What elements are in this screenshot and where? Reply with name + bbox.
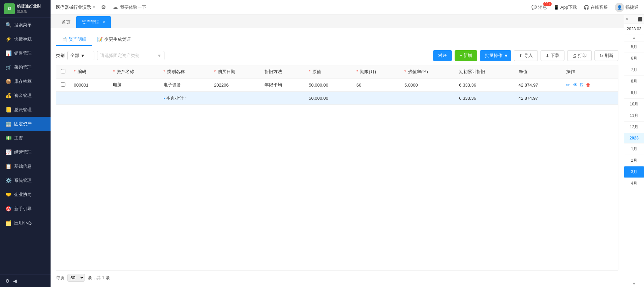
asset-data-table: * 编码 * 资产名称 * 类别名称	[56, 65, 618, 105]
sidebar-item-search[interactable]: 🔍 搜索菜单	[0, 18, 51, 32]
sidebar-item-quick-nav[interactable]: ⚡ 快捷导航	[0, 32, 51, 46]
row-accumulated-depreciation: 6,333.36	[455, 78, 514, 92]
online-support-btn[interactable]: 🎧 在线客服	[584, 4, 608, 10]
category-type-select[interactable]: 全部 ▼	[67, 51, 94, 60]
chart-icon: 📊	[5, 50, 11, 56]
avatar: 👤	[615, 3, 624, 12]
month-5[interactable]: 5月	[624, 41, 644, 53]
tab-asset-mgmt[interactable]: 资产管理 ×	[76, 16, 111, 28]
row-purchase-date: 202206	[210, 78, 260, 92]
logo: 财 畅捷通好业财 普及版	[0, 0, 51, 18]
settings-icon[interactable]: ⚙	[5, 278, 10, 284]
subtotal-net-value: 42,874.97	[515, 92, 562, 105]
month-8[interactable]: 8月	[624, 76, 644, 87]
month-7[interactable]: 7月	[624, 64, 644, 76]
table-row: 000001 电脑 电子设备 202206 年限平均 50,000.00 60 …	[56, 78, 618, 92]
cloud-icon: ☁	[113, 4, 118, 10]
clipboard-icon: 📋	[5, 163, 11, 169]
month-11[interactable]: 11月	[624, 110, 644, 122]
month-1[interactable]: 1月	[624, 144, 644, 155]
user-menu[interactable]: 👤 畅捷通	[615, 3, 639, 12]
sidebar-item-sales[interactable]: 📊 销售管理	[0, 46, 51, 60]
app-download-btn[interactable]: 📱 App下载	[554, 4, 577, 10]
month-9[interactable]: 9月	[624, 87, 644, 99]
row-net-value: 42,874.97	[515, 78, 562, 92]
table-header-row: * 编码 * 资产名称 * 类别名称	[56, 65, 618, 78]
sidebar-item-fixed-assets[interactable]: 🏢 固定资产	[0, 117, 51, 131]
sub-tabs: 📄 资产明细 📝 变更生成凭证	[56, 34, 618, 46]
sidebar-item-inventory[interactable]: 📦 库存核算	[0, 74, 51, 89]
batch-ops-button[interactable]: 批量操作 ▼	[480, 50, 511, 61]
subtotal-original-value: 50,000.00	[305, 92, 352, 105]
tab-close-icon[interactable]: ×	[103, 20, 105, 25]
tabs-bar: 首页 资产管理 ×	[51, 15, 624, 28]
th-accumulated-depreciation: 期初累计折旧	[455, 65, 514, 78]
settings-icon[interactable]: ⚙	[101, 4, 106, 10]
month-2[interactable]: 2月	[624, 155, 644, 166]
month-4[interactable]: 4月	[624, 178, 644, 189]
page-area: 首页 资产管理 × 📄 资产明细 📝 变更生成凭证	[51, 15, 644, 287]
panel-up-icon[interactable]: ▲	[632, 36, 636, 40]
asset-table: * 编码 * 资产名称 * 类别名称	[56, 65, 618, 270]
asset-category-select[interactable]: 请选择固定资产类别 ▼	[97, 51, 164, 60]
import-button[interactable]: ⬆ 导入	[514, 50, 538, 61]
panel-close-icon[interactable]: ✕	[625, 17, 629, 22]
sidebar-item-system[interactable]: ⚙️ 系统管理	[0, 173, 51, 188]
month-6[interactable]: 6月	[624, 53, 644, 64]
sidebar-item-basic-info[interactable]: 📋 基础信息	[0, 159, 51, 173]
import-icon: ⬆	[519, 53, 523, 58]
print-button[interactable]: 🖨 打印	[567, 50, 592, 61]
download-button[interactable]: ⬇ 下载	[541, 50, 564, 61]
sub-tab-change-voucher[interactable]: 📝 变更生成凭证	[92, 34, 136, 46]
th-depreciation-method: 折旧方法	[260, 65, 305, 78]
per-page-select[interactable]: 50 100	[67, 274, 85, 282]
row-checkbox[interactable]	[61, 82, 65, 87]
delete-action-icon[interactable]: 🗑	[586, 82, 590, 88]
company-selector[interactable]: 医疗器械行业演示 ▼	[56, 4, 96, 10]
experience-btn[interactable]: ☁ 我要体验一下	[113, 4, 146, 10]
select-all-checkbox[interactable]	[61, 69, 65, 73]
month-10[interactable]: 10月	[624, 99, 644, 110]
sidebar-nav: 🔍 搜索菜单 ⚡ 快捷导航 📊 销售管理 🛒 采购管理 📦 库存核算 💰 资金管…	[0, 18, 51, 275]
row-name: 电脑	[109, 78, 159, 92]
reconcile-button[interactable]: 对账	[433, 50, 452, 61]
chevron-down-icon: ▼	[504, 53, 508, 58]
apps-icon: 🗂️	[5, 220, 11, 226]
refresh-button[interactable]: ↻ 刷新	[594, 50, 618, 61]
row-category: 电子设备	[159, 78, 210, 92]
sidebar-item-guide[interactable]: 🎯 新手引导	[0, 202, 51, 216]
inner-content: 📄 资产明细 📝 变更生成凭证 类别 全部 ▼	[51, 28, 624, 287]
panel-down-icon[interactable]: ▼	[632, 282, 636, 286]
view-action-icon[interactable]: 👁	[573, 82, 578, 88]
panel-header: ✕ ⬛	[624, 15, 644, 24]
collapse-icon[interactable]: ◀	[13, 278, 17, 284]
copy-action-icon[interactable]: ⎘	[580, 82, 583, 88]
gear-icon: ⚙️	[5, 178, 11, 184]
sidebar-item-purchase[interactable]: 🛒 采购管理	[0, 60, 51, 74]
panel-expand-icon[interactable]: ⬛	[638, 17, 643, 22]
toolbar: 类别 全部 ▼ 请选择固定资产类别 ▼ 对账 +	[56, 50, 618, 61]
topbar: 医疗器械行业演示 ▼ ⚙ ☁ 我要体验一下 💬 消息 99+ 📱 App下载 🎧…	[51, 0, 644, 15]
lightning-icon: ⚡	[5, 36, 11, 42]
th-purchase-date: * 购买日期	[210, 65, 260, 78]
sidebar-item-funds[interactable]: 💰 资金管理	[0, 89, 51, 103]
row-code: 000001	[70, 78, 109, 92]
edit-action-icon[interactable]: ✏	[566, 82, 570, 88]
sidebar-item-ledger[interactable]: 📒 总账管理	[0, 103, 51, 117]
search-icon: 🔍	[5, 22, 11, 28]
sidebar-item-operations[interactable]: 📈 经营管理	[0, 145, 51, 159]
filter-label: 类别	[56, 53, 65, 59]
tab-home[interactable]: 首页	[56, 16, 76, 28]
month-12[interactable]: 12月	[624, 122, 644, 133]
sidebar-item-apps[interactable]: 🗂️ 应用中心	[0, 216, 51, 230]
subtotal-accumulated: 6,333.36	[455, 92, 514, 105]
download-icon: ⬇	[546, 53, 549, 58]
download-icon: 📱	[554, 5, 559, 10]
month-3[interactable]: 3月	[624, 166, 644, 178]
th-category: * 类别名称	[159, 65, 210, 78]
messages-btn[interactable]: 💬 消息 99+	[531, 4, 547, 10]
new-button[interactable]: + 新增	[455, 50, 477, 61]
sidebar-item-enterprise[interactable]: 🤝 企业协同	[0, 188, 51, 202]
sidebar-item-salary[interactable]: 💵 工资	[0, 131, 51, 145]
sub-tab-asset-detail[interactable]: 📄 资产明细	[56, 34, 92, 46]
